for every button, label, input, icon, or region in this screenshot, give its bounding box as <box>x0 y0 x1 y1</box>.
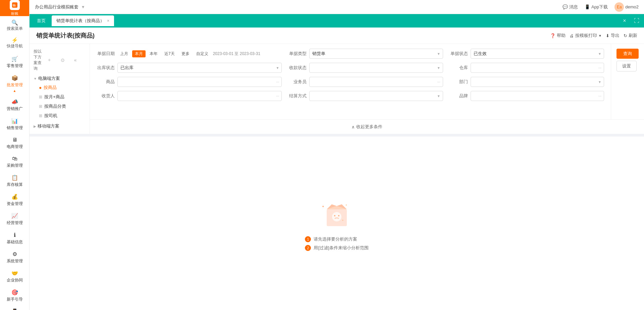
sidebar-item-basicinfo[interactable]: ℹ 基础信息 <box>0 228 29 248</box>
export-btn[interactable]: ⬇ 导出 <box>606 33 620 39</box>
date-label: 单据日期 <box>97 51 115 57</box>
tip-2-text: 用[过滤]条件来缩小分析范围 <box>314 245 368 251</box>
settlement-label: 结算方式 <box>288 93 307 99</box>
date-btn-custom[interactable]: 自定义 <box>194 50 211 57</box>
filter-row-1: 单据日期 上月 本月 本年 近7天 更多 自定义 <box>97 49 604 59</box>
finance-label: 资金管理 <box>7 201 23 207</box>
sidebar-item-system[interactable]: ⚙ 系统管理 <box>0 248 29 267</box>
date-btn-more[interactable]: 更多 <box>179 50 192 57</box>
scheme-item-goods-category[interactable]: ⊞ 按商品分类 <box>30 102 90 111</box>
topbar-msg-btn[interactable]: 💬 消息 <box>562 4 578 10</box>
marketing-icon: 📣 <box>11 99 18 105</box>
doctype-control: ▼ <box>309 49 443 59</box>
settlement-control: ▼ <box>309 91 443 101</box>
salesperson-input[interactable] <box>309 77 443 87</box>
filter-row-2: 出库状态 ▼ 收款状态 <box>97 63 604 73</box>
warehouse-dots-icon[interactable]: ··· <box>598 66 601 70</box>
sidebar-item-purchase[interactable]: 🛍 采购管理 <box>0 152 29 171</box>
sidebar-item-quicknav[interactable]: ⚡ 快捷导航 <box>0 34 29 51</box>
sidebar-item-search[interactable]: 🔍 搜索菜单 <box>0 16 29 34</box>
filter-field-salesperson: 业务员 ··· <box>288 77 443 87</box>
sidebar-item-collab[interactable]: 🤝 企业协同 <box>0 267 29 286</box>
group-arrow-icon: ▼ <box>34 77 37 81</box>
date-btn-this-month[interactable]: 本月 <box>132 50 146 57</box>
svg-point-3 <box>332 212 341 221</box>
tab-maximize-btn[interactable]: ⛶ <box>632 16 641 25</box>
scheme-settings-btn[interactable]: ⊙ <box>61 57 72 63</box>
ecommerce-icon: 🖥 <box>12 137 17 143</box>
scheme-collapse-btn[interactable]: « <box>74 57 86 63</box>
sidebar-item-ecommerce[interactable]: 🖥 电商管理 <box>0 134 29 152</box>
collapse-btn[interactable]: ∧ 收起更多条件 <box>346 122 388 131</box>
sidebar-item-retail[interactable]: 🛒 零售管理 <box>0 52 29 71</box>
sidebar-item-finance[interactable]: 💰 资金管理 <box>0 190 29 209</box>
goods-input[interactable] <box>117 77 282 87</box>
scheme-panel: 按以下方案查询 ＋ ⊙ « ▼ 电脑端方案 ● 按商品 <box>30 44 90 134</box>
tab-home[interactable]: 首页 <box>32 15 50 26</box>
tab-active-label: 销货单统计表（按商品） <box>56 18 104 24</box>
filter-field-payment: 收款状态 ▼ <box>288 63 443 73</box>
tab-close-btn[interactable]: × <box>107 18 109 23</box>
salesperson-dots-icon[interactable]: ··· <box>437 80 440 84</box>
department-input[interactable] <box>471 77 604 87</box>
date-btn-last-month[interactable]: 上月 <box>117 50 131 57</box>
scheme-item-driver[interactable]: ⊞ 按司机 <box>30 111 90 120</box>
sidebar-item-wholesale[interactable]: 📦 批发管理 ▲ <box>0 71 29 95</box>
print-btn[interactable]: 🖨 按模板打印 ▼ <box>570 33 602 39</box>
sidebar-item-operations[interactable]: 📈 经营管理 <box>0 209 29 228</box>
inventory-label: 库存核算 <box>7 182 23 188</box>
brand-dots-icon[interactable]: ··· <box>598 94 601 98</box>
goods-dots-icon[interactable]: ··· <box>276 80 279 84</box>
svg-text:✦: ✦ <box>345 204 347 207</box>
help-btn[interactable]: ❓ 帮助 <box>550 33 566 39</box>
scheme-driver-icon: ⊞ <box>39 113 42 118</box>
date-btn-this-year[interactable]: 本年 <box>147 50 160 57</box>
refresh-btn[interactable]: ↻ 刷新 <box>624 33 637 39</box>
tab-close-all-btn[interactable]: × <box>620 16 629 25</box>
date-btn-7days[interactable]: 近7天 <box>162 50 177 57</box>
tab-active[interactable]: 销货单统计表（按商品） × <box>52 15 114 26</box>
sidebar-item-inventory[interactable]: 📋 库存核算 <box>0 171 29 190</box>
scheme-item-month-goods[interactable]: ⊞ 按月+商品 <box>30 92 90 102</box>
outstatus-input[interactable] <box>117 63 282 73</box>
payment-input[interactable] <box>309 63 443 73</box>
docstatus-input[interactable] <box>471 49 604 59</box>
sidebar-item-marketing[interactable]: 📣 营销推广 <box>0 95 29 114</box>
warehouse-input[interactable] <box>471 63 604 73</box>
doctype-input[interactable] <box>309 49 443 59</box>
brand-input[interactable] <box>471 91 604 101</box>
topbar-dropdown-icon[interactable]: ▼ <box>81 5 85 9</box>
sidebar-item-guide[interactable]: 🎯 新手引导 <box>0 286 29 305</box>
sidebar-item-sales[interactable]: 📊 销售管理 <box>0 114 29 134</box>
filter-field-docstatus: 单据状态 ▼ <box>450 49 604 59</box>
scheme-group-desktop-header[interactable]: ▼ 电脑端方案 <box>30 74 90 83</box>
receiver-dots-icon[interactable]: ··· <box>276 94 279 98</box>
collapse-btn-label: 收起更多条件 <box>356 124 382 130</box>
scheme-add-btn[interactable]: ＋ <box>47 57 58 63</box>
sidebar-search-label: 搜索菜单 <box>0 26 29 32</box>
settlement-input[interactable] <box>309 91 443 101</box>
scheme-item-by-goods[interactable]: ● 按商品 <box>30 83 90 92</box>
scheme-group-mobile-header[interactable]: ▶ 移动端方案 <box>30 122 90 131</box>
export-icon: ⬇ <box>606 33 609 38</box>
query-btn[interactable]: 查询 <box>616 49 639 59</box>
outstatus-label: 出库状态 <box>97 65 115 71</box>
settings-btn[interactable]: 设置 <box>616 61 637 71</box>
topbar-app-btn[interactable]: 📱 App下载 <box>585 4 608 10</box>
empty-state: ✦ ✦ ✦ 1 请先选择要分析的方案 2 用[过滤]条件来缩小分析范围 <box>30 137 644 310</box>
page-title: 销货单统计表(按商品) <box>36 32 95 44</box>
scheme-header-label: 按以下方案查询 <box>34 49 45 71</box>
scheme-header: 按以下方案查询 ＋ ⊙ « <box>30 47 90 73</box>
topbar-right: 💬 消息 📱 App下载 Ea demo2 <box>562 2 639 12</box>
app-name: 标账 <box>11 11 18 16</box>
logo-icon: 畅 <box>10 0 20 10</box>
avatar: Ea <box>614 2 624 12</box>
topbar-user-btn[interactable]: Ea demo2 <box>614 2 639 12</box>
sidebar-item-appcenter[interactable]: 📱 应用中心 <box>0 305 29 310</box>
svg-point-5 <box>338 215 339 216</box>
scheme-group-desktop: ▼ 电脑端方案 ● 按商品 ⊞ 按月+商品 ⊞ <box>30 74 90 120</box>
content-area: 销货单统计表(按商品) ❓ 帮助 🖨 按模板打印 ▼ ⬇ 导出 ↻ 刷新 <box>30 28 644 310</box>
retail-label: 零售管理 <box>7 63 23 69</box>
receiver-input[interactable] <box>117 91 282 101</box>
guide-icon: 🎯 <box>11 289 18 296</box>
